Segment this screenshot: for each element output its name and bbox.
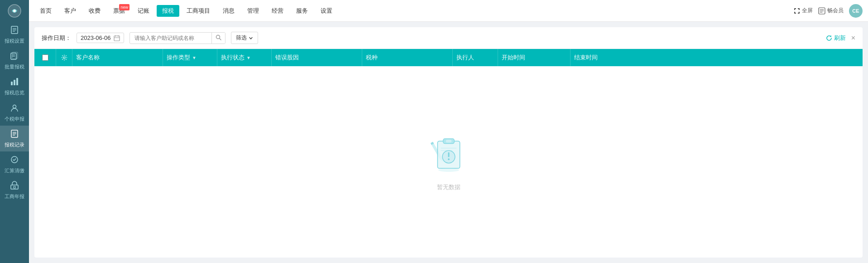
- sidebar-item-baoshuishezhi[interactable]: 报税设置: [0, 22, 29, 48]
- th-exec-status[interactable]: 执行状态 ▼: [217, 49, 272, 66]
- search-icon: [216, 34, 221, 40]
- calendar-icon: [114, 35, 120, 41]
- th-customer-name: 客户名称: [72, 49, 163, 66]
- fullscreen-button[interactable]: 全屏: [794, 7, 813, 15]
- nav-shouye[interactable]: 首页: [34, 5, 57, 17]
- svg-rect-36: [446, 140, 451, 142]
- geshuishenba-icon: [10, 103, 19, 115]
- avatar[interactable]: CE: [849, 4, 863, 18]
- refresh-icon: [826, 35, 832, 41]
- table-header: 客户名称 操作类型 ▼ 执行状态 ▼ 错误股因 税种 执行人: [34, 49, 863, 66]
- nav-guanli[interactable]: 管理: [242, 5, 264, 17]
- sidebar-label-geshuishenba: 个税申报: [5, 116, 24, 122]
- select-all-checkbox[interactable]: [42, 54, 48, 61]
- fullscreen-icon: [794, 8, 800, 14]
- baoshuijilu-icon: [10, 129, 19, 141]
- date-picker[interactable]: 2023-06-06: [77, 33, 124, 43]
- svg-point-13: [13, 105, 16, 108]
- th-settings[interactable]: [56, 49, 72, 66]
- sidebar-item-baoshuizonglan[interactable]: 报税总览: [0, 73, 29, 99]
- sidebar-item-geshuishenba[interactable]: 个税申报: [0, 100, 29, 126]
- baoshuishezhi-icon: [10, 25, 19, 37]
- navbar-right: 全屏 畅会员 CE: [794, 4, 863, 18]
- search-box: [129, 32, 225, 44]
- refresh-label: 刷新: [834, 34, 846, 42]
- sidebar-item-piliangshuishu[interactable]: 批量报税: [0, 48, 29, 73]
- chevron-down-icon: [249, 36, 253, 40]
- app-logo[interactable]: [0, 0, 29, 22]
- new-badge: new: [119, 4, 129, 10]
- svg-point-1: [13, 10, 16, 12]
- member-button[interactable]: 畅会员: [818, 7, 844, 15]
- filter-label: 筛选: [236, 34, 247, 42]
- sidebar-label-huisuanjiaona: 汇算清缴: [5, 168, 24, 174]
- toolbar: 操作日期： 2023-06-06: [34, 27, 863, 49]
- nav-shoufei[interactable]: 收费: [83, 5, 106, 17]
- gongshangnianba-icon: [10, 181, 19, 192]
- sidebar-label-baoshuijilu: 报税记录: [5, 142, 24, 148]
- date-value: 2023-06-06: [81, 34, 111, 41]
- nav-piao[interactable]: 票据 new: [108, 5, 130, 17]
- nav-jizhang[interactable]: 记账: [132, 5, 155, 17]
- nav-xiaoxi[interactable]: 消息: [217, 5, 240, 17]
- svg-rect-12: [16, 78, 18, 85]
- svg-rect-38: [448, 152, 449, 157]
- th-tax-type: 税种: [362, 49, 453, 66]
- gear-icon: [61, 54, 67, 61]
- sort-icon-exec-status: ▼: [246, 55, 251, 60]
- svg-line-27: [219, 38, 221, 40]
- svg-rect-19: [11, 185, 18, 189]
- empty-text: 暂无数据: [437, 183, 460, 191]
- nav-fuwu[interactable]: 服务: [291, 5, 313, 17]
- th-checkbox[interactable]: [34, 49, 56, 66]
- svg-point-42: [438, 168, 459, 172]
- main-area: 首页 客户 收费 票据 new 记账 报税 工商项目 消息: [29, 0, 868, 263]
- search-input[interactable]: [130, 33, 211, 43]
- baoshuizonglan-icon: [10, 77, 19, 88]
- sidebar-item-baoshuijilu[interactable]: 报税记录: [0, 126, 29, 151]
- table-body-empty: 暂无数据: [34, 66, 863, 258]
- nav-jingying[interactable]: 经营: [266, 5, 289, 17]
- th-operation-type[interactable]: 操作类型 ▼: [163, 49, 217, 66]
- svg-rect-10: [11, 82, 13, 85]
- empty-illustration: [426, 132, 471, 178]
- nav-items: 首页 客户 收费 票据 new 记账 报税 工商项目 消息: [34, 5, 794, 17]
- svg-point-39: [448, 158, 450, 160]
- sidebar-item-gongshangnianba[interactable]: 工商年报: [0, 177, 29, 203]
- sidebar: 报税设置 批量报税 报税总览: [0, 0, 29, 263]
- nav-shezhi[interactable]: 设置: [315, 5, 338, 17]
- top-navbar: 首页 客户 收费 票据 new 记账 报税 工商项目 消息: [29, 0, 868, 22]
- filter-button[interactable]: 筛选: [231, 32, 258, 44]
- huisuanjiaona-icon: [10, 155, 19, 166]
- close-button[interactable]: ×: [851, 34, 855, 42]
- search-button[interactable]: [211, 33, 225, 44]
- piliangshuishu-icon: [10, 51, 19, 63]
- sidebar-label-baoshuishezhi: 报税设置: [5, 38, 24, 44]
- sidebar-item-huisuanjiaona[interactable]: 汇算清缴: [0, 151, 29, 177]
- th-executor: 执行人: [453, 49, 498, 66]
- member-icon: [818, 7, 825, 15]
- svg-rect-22: [114, 36, 120, 41]
- content-area: 操作日期： 2023-06-06: [29, 22, 868, 263]
- svg-rect-20: [14, 186, 15, 188]
- nav-kehu[interactable]: 客户: [59, 5, 82, 17]
- svg-point-28: [63, 57, 65, 58]
- th-error-reason: 错误股因: [272, 49, 362, 66]
- sidebar-label-baoshuizonglan: 报税总览: [5, 90, 24, 96]
- sidebar-label-piliangshuishu: 批量报税: [5, 64, 24, 70]
- sidebar-label-gongshangnianba: 工商年报: [5, 194, 24, 200]
- sort-icon-operation-type: ▼: [192, 55, 197, 60]
- th-start-time: 开始时间: [498, 49, 571, 66]
- nav-gongshangxiangmu[interactable]: 工商项目: [181, 5, 216, 17]
- date-label: 操作日期：: [42, 34, 71, 42]
- svg-rect-11: [14, 80, 15, 85]
- nav-baoshui[interactable]: 报税: [157, 5, 179, 17]
- th-end-time: 结束时间: [571, 49, 643, 66]
- refresh-button[interactable]: 刷新: [826, 34, 846, 42]
- table-card: 操作日期： 2023-06-06: [34, 27, 863, 258]
